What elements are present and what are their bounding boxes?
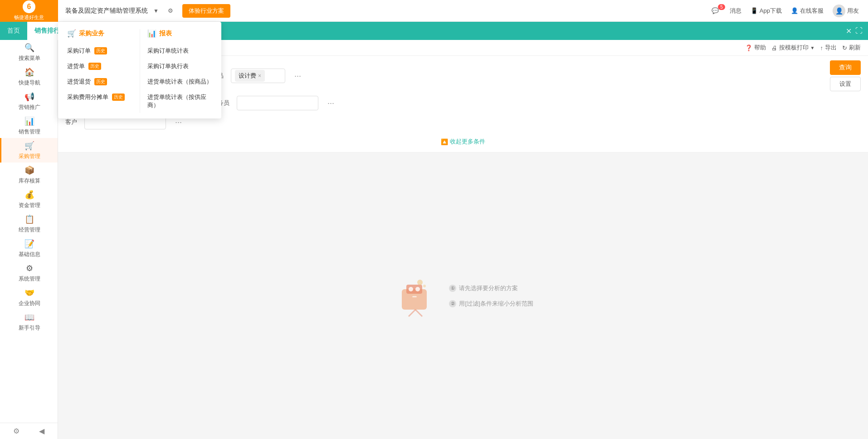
dropdown-col-purchase: 🛒 采购业务 采购订单 历史 进货单 历史 进货退货 历史 采购费用分摊单 历史: [63, 29, 136, 113]
goods-return-history-badge: 历史: [94, 78, 107, 85]
query-btn[interactable]: 查询: [830, 60, 861, 75]
system-name: 装备及固定资产辅助管理系统: [65, 7, 148, 15]
header-messages[interactable]: 💬 5 消息: [712, 7, 741, 15]
sidebar-inventory-label: 库存核算: [19, 177, 40, 185]
dropdown-cols: 🛒 采购业务 采购订单 历史 进货单 历史 进货退货 历史 采购费用分摊单 历史: [58, 29, 221, 113]
print-btn[interactable]: 🖨 按模板打印 ▼: [771, 44, 815, 52]
dropdown-item-goods-return[interactable]: 进货退货 历史: [63, 74, 136, 89]
query-btns: 查询 设置: [830, 60, 861, 91]
purchase-col-title-text: 采购业务: [79, 30, 104, 38]
header-online-service[interactable]: 👤 在线客服: [791, 7, 824, 15]
header-right: 💬 5 消息 📱 App下载 👤 在线客服 👤 用友: [712, 5, 868, 17]
svg-line-6: [415, 310, 422, 316]
goods-dots[interactable]: ···: [294, 71, 301, 81]
search-icon: 🔍: [24, 43, 34, 53]
sidebar-item-operations[interactable]: 📋 经营管理: [0, 212, 58, 236]
sidebar-item-purchase[interactable]: 🛒 采购管理: [0, 138, 58, 163]
toolbar-right: ❓ 帮助 🖨 按模板打印 ▼ ↑ 导出 ↻ 刷新: [745, 44, 861, 52]
empty-hint-1: ① 请先选择要分析的方案: [449, 282, 533, 294]
reports-col-icon: 📊: [147, 29, 156, 38]
system-icon: ⚙: [26, 263, 33, 273]
inventory-icon: 📦: [24, 165, 34, 175]
sidebar-item-enterprise[interactable]: 🤝 企业协同: [0, 285, 58, 310]
header-user[interactable]: 👤 用友: [833, 5, 859, 17]
empty-hint-1-text: 请先选择要分析的方案: [459, 282, 518, 294]
customer-dots[interactable]: ···: [175, 118, 182, 127]
industry-btn[interactable]: 体验行业方案: [182, 4, 230, 18]
collapse-icon: 🔼: [441, 138, 448, 145]
sidebar-collapse-btn[interactable]: ◀: [39, 427, 44, 435]
print-icon: 🖨: [771, 44, 777, 51]
dropdown-item-receipt-stats-supplier[interactable]: 进货单统计表（按供应商）: [144, 89, 216, 113]
empty-hint-2: ② 用[过滤]条件来缩小分析范围: [449, 298, 533, 310]
header-app-download[interactable]: 📱 App下载: [751, 7, 782, 15]
dropdown-col-reports-title: 📊 报表: [144, 29, 216, 38]
goods-tag-remove[interactable]: ×: [258, 73, 261, 79]
header-middle: 装备及固定资产辅助管理系统 ▼ ⚙ 体验行业方案: [58, 4, 712, 18]
tab-home[interactable]: 首页: [0, 22, 27, 40]
sidebar-item-sales[interactable]: 📊 销售管理: [0, 113, 58, 138]
salesperson-dots[interactable]: ···: [327, 99, 334, 108]
sidebar: 🔍 搜索菜单 🏠 快捷导航 📢 营销推广 📊 销售管理 🛒 采购管理 📦 库存核…: [0, 40, 58, 439]
sidebar-item-search[interactable]: 🔍 搜索菜单: [0, 40, 58, 64]
tab-close-window-btn[interactable]: ✕: [846, 27, 852, 35]
message-label: 消息: [730, 7, 741, 15]
export-btn[interactable]: ↑ 导出: [820, 44, 837, 52]
order-stats-label: 采购订单统计表: [147, 47, 189, 55]
sidebar-guide-label: 新手引导: [19, 324, 40, 332]
receipt-stats-goods-label: 进货单统计表（按商品）: [147, 78, 212, 86]
sidebar-item-guide[interactable]: 📖 新手引导: [0, 310, 58, 334]
purchase-order-history-badge: 历史: [94, 47, 107, 54]
sidebar-item-marketing[interactable]: 📢 营销推广: [0, 89, 58, 113]
settings-btn[interactable]: 设置: [830, 77, 861, 91]
empty-illustration: [393, 273, 438, 319]
empty-hint-2-text: 用[过滤]条件来缩小分析范围: [459, 298, 533, 310]
header-settings-btn[interactable]: ⚙: [164, 5, 177, 17]
reports-col-title-text: 报表: [159, 30, 172, 38]
salesperson-input[interactable]: [237, 96, 318, 110]
empty-state-content: ① 请先选择要分析的方案 ② 用[过滤]条件来缩小分析范围: [393, 273, 533, 319]
refresh-label: 刷新: [849, 44, 861, 52]
sidebar-basicinfo-label: 基础信息: [19, 251, 40, 258]
top-header: 6 畅捷通好生意 装备及固定资产辅助管理系统 ▼ ⚙ 体验行业方案 💬 5 消息…: [0, 0, 868, 22]
sidebar-finance-label: 资金管理: [19, 202, 40, 209]
svg-point-3: [415, 287, 420, 291]
home-icon: 🏠: [24, 67, 34, 77]
sidebar-item-quick-nav[interactable]: 🏠 快捷导航: [0, 64, 58, 89]
app-download-label: App下载: [760, 7, 782, 15]
purchase-col-icon: 🛒: [67, 29, 76, 38]
sidebar-item-inventory[interactable]: 📦 库存核算: [0, 163, 58, 187]
collapse-filters-btn[interactable]: 🔼 收起更多条件: [441, 138, 485, 146]
svg-point-8: [423, 285, 426, 287]
goods-field[interactable]: 设计费 ×: [231, 69, 285, 83]
dropdown-item-order-stats[interactable]: 采购订单统计表: [144, 43, 216, 59]
sidebar-item-basic-info[interactable]: 📝 基础信息: [0, 236, 58, 261]
operations-icon: 📋: [24, 214, 34, 224]
goods-receipt-history-badge: 历史: [88, 63, 101, 70]
sidebar-bottom: ⚙ ◀: [0, 423, 58, 439]
export-icon: ↑: [820, 44, 824, 51]
dropdown-item-goods-receipt[interactable]: 进货单 历史: [63, 59, 136, 74]
dropdown-item-purchase-expense[interactable]: 采购费用分摊单 历史: [63, 89, 136, 105]
goods-return-label: 进货退货: [67, 78, 91, 86]
dropdown-item-receipt-stats-goods[interactable]: 进货单统计表（按商品）: [144, 74, 216, 89]
sales-icon: 📊: [24, 116, 34, 126]
system-dropdown-btn[interactable]: ▼: [153, 8, 159, 14]
sidebar-sales-label: 销售管理: [19, 128, 40, 136]
phone-icon: 📱: [751, 7, 758, 14]
sidebar-settings-btn[interactable]: ⚙: [13, 427, 20, 435]
help-btn[interactable]: ❓ 帮助: [745, 44, 766, 52]
tab-home-label: 首页: [7, 27, 20, 35]
refresh-icon: ↻: [842, 44, 847, 51]
guide-icon: 📖: [24, 312, 34, 322]
order-exec-label: 采购订单执行表: [147, 62, 189, 70]
logo-subtitle: 畅捷通好生意: [14, 15, 44, 20]
tab-fullscreen-btn[interactable]: ⛶: [855, 27, 863, 35]
marketing-icon: 📢: [24, 92, 34, 102]
dropdown-item-purchase-order[interactable]: 采购订单 历史: [63, 43, 136, 59]
refresh-btn[interactable]: ↻ 刷新: [842, 44, 861, 52]
dropdown-item-order-exec[interactable]: 采购订单执行表: [144, 59, 216, 74]
sidebar-item-finance[interactable]: 💰 资金管理: [0, 187, 58, 212]
sidebar-item-system[interactable]: ⚙ 系统管理: [0, 261, 58, 285]
enterprise-icon: 🤝: [24, 288, 34, 298]
